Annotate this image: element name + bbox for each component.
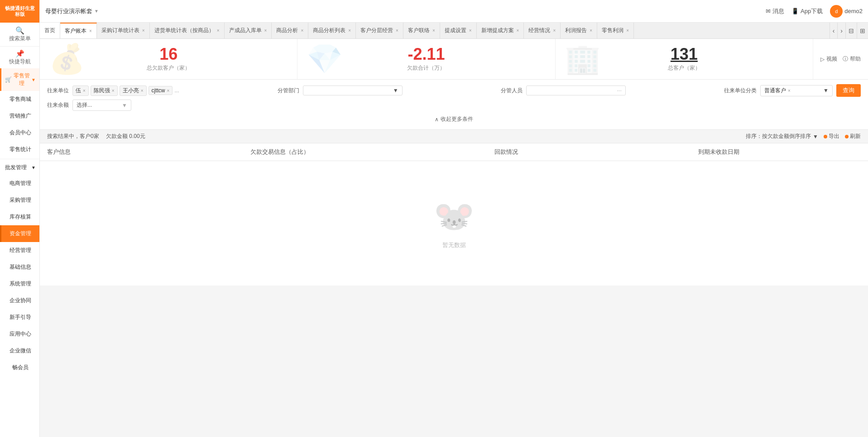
unit-filter-label: 往来单位	[47, 87, 69, 95]
tab-retail-profit[interactable]: 零售利润 ×	[597, 23, 634, 39]
unit-tag-2-close[interactable]: ×	[112, 88, 115, 93]
unit-tag-3: 王小亮 ×	[120, 86, 147, 96]
tab-scroll-right[interactable]: ›	[837, 23, 845, 39]
tab-production-inbound[interactable]: 产成品入库单 ×	[225, 23, 272, 39]
tab-inbound-stats[interactable]: 进货单统计表（按商品） ×	[150, 23, 225, 39]
message-btn[interactable]: ✉ 消息	[766, 7, 784, 15]
unit-tag-1-text: 伍	[76, 87, 81, 95]
unit-tags-more[interactable]: ...	[174, 87, 179, 94]
sidebar-item-corp-collab[interactable]: 企业协同	[0, 292, 39, 309]
store-name: 母婴行业演示帐套	[45, 7, 92, 15]
query-actions: 排序：按欠款金额倒序排序 ▼ 导出 刷新	[746, 133, 861, 140]
close-icon-2[interactable]: ×	[217, 28, 220, 33]
sidebar-item-system[interactable]: 系统管理	[0, 276, 39, 292]
tab-production-inbound-label: 产成品入库单	[229, 27, 262, 34]
tab-product-analysis-list[interactable]: 商品分析列表 ×	[308, 23, 356, 39]
avatar-initial: d	[835, 9, 838, 14]
col-header-customer: 客户信息	[47, 148, 250, 156]
tab-profit-report-label: 利润报告	[565, 27, 587, 34]
col-header-debt: 欠款交易信息（占比）	[250, 148, 494, 156]
balance-select[interactable]: 选择... ▼	[72, 100, 131, 111]
doc-help-btn[interactable]: ⓘ 帮助	[843, 55, 861, 63]
tab-collapse-btn[interactable]: ⊟	[845, 23, 857, 39]
sort-arrow-icon: ▼	[813, 133, 818, 140]
sidebar-item-retail-mall[interactable]: 零售商城	[0, 91, 39, 108]
tab-expand-btn[interactable]: ⊞	[857, 23, 868, 39]
close-icon-9[interactable]: ×	[517, 28, 519, 33]
refresh-btn[interactable]: 刷新	[845, 133, 861, 140]
tab-customer-ledger-close[interactable]: ×	[89, 28, 92, 33]
tab-customer-ledger[interactable]: 客户账本 ×	[60, 23, 97, 39]
sidebar-item-retail-icon: 🛒	[5, 76, 12, 83]
tab-commission-settings[interactable]: 提成设置 ×	[440, 23, 477, 39]
close-icon-10[interactable]: ×	[553, 28, 556, 33]
app-download-btn[interactable]: 📱 App下载	[791, 7, 823, 15]
collapse-label: 收起更多条件	[441, 115, 473, 123]
tab-customer-ledger-label: 客户账本	[65, 27, 86, 35]
sort-selector[interactable]: 排序：按欠款金额倒序排序 ▼	[746, 133, 818, 140]
sidebar-item-ecommerce[interactable]: 电商管理	[0, 175, 39, 192]
unit-tag-4-close[interactable]: ×	[167, 88, 170, 93]
user-area[interactable]: d demo2	[830, 5, 863, 18]
category-tag: 普通客户 ×	[764, 87, 791, 95]
close-icon-12[interactable]: ×	[626, 28, 629, 33]
tab-customer-segment[interactable]: 客户分层经营 ×	[356, 23, 403, 39]
tab-home[interactable]: 首页	[40, 23, 60, 39]
sidebar-item-members[interactable]: 会员中心	[0, 124, 39, 141]
tab-scroll-left[interactable]: ‹	[830, 23, 838, 39]
close-icon-4[interactable]: ×	[301, 28, 303, 33]
stat-value-3[interactable]: 131	[671, 46, 698, 62]
sidebar-item-retail-stats[interactable]: 零售统计	[0, 141, 39, 158]
video-help-btn[interactable]: ▷ 视频	[820, 55, 837, 63]
close-icon-3[interactable]: ×	[264, 28, 267, 33]
person-more-icon[interactable]: ···	[617, 87, 622, 94]
sidebar-item-corp-wechat[interactable]: 企业微信	[0, 342, 39, 359]
unit-tag-4-text: cjttcw	[152, 87, 165, 94]
sidebar-item-operations[interactable]: 经营管理	[0, 242, 39, 259]
logo-text: 畅捷通好生意	[5, 5, 35, 11]
unit-tag-2-text: 陈民强	[94, 87, 110, 95]
person-select[interactable]: ···	[526, 86, 626, 95]
close-icon-5[interactable]: ×	[348, 28, 351, 33]
sidebar-item-finance[interactable]: 资金管理	[0, 225, 39, 242]
tab-product-analysis[interactable]: 商品分析 ×	[272, 23, 308, 39]
sidebar-item-marketing[interactable]: 营销推广	[0, 108, 39, 124]
tab-purchase-order-stats[interactable]: 采购订单统计表 ×	[97, 23, 150, 39]
close-icon-6[interactable]: ×	[396, 28, 398, 33]
col-header-repay: 回款情况	[494, 148, 698, 156]
close-icon-11[interactable]: ×	[590, 28, 592, 33]
filter-area: 往来单位 伍 × 陈民强 × 王小亮 × cjttcw	[40, 80, 868, 130]
sidebar-item-wholesale[interactable]: 批发管理 ▼	[0, 160, 39, 175]
dept-arrow-icon: ▼	[393, 87, 398, 94]
sidebar-item-guide[interactable]: 新手引导	[0, 309, 39, 326]
close-icon-7[interactable]: ×	[432, 28, 435, 33]
tab-operations[interactable]: 经营情况 ×	[524, 23, 561, 39]
category-select[interactable]: 普通客户 × ▼	[760, 85, 833, 96]
query-button[interactable]: 查询	[836, 84, 861, 97]
tab-new-commission[interactable]: 新增提成方案 ×	[477, 23, 524, 39]
close-icon-8[interactable]: ×	[469, 28, 472, 33]
divider-1	[0, 159, 39, 159]
unit-tag-3-close[interactable]: ×	[141, 88, 144, 93]
sidebar-item-basic-info[interactable]: 基础信息	[0, 259, 39, 276]
tabbar: 首页 客户账本 × 采购订单统计表 × 进货单统计表（按商品） × 产成品入库单…	[40, 23, 868, 39]
sidebar-item-quicknav[interactable]: 📌 快捷导航	[0, 47, 39, 68]
unit-tag-1-close[interactable]: ×	[83, 88, 86, 93]
sidebar-item-search[interactable]: 🔍 搜索菜单	[0, 23, 39, 47]
close-icon-1[interactable]: ×	[142, 28, 145, 33]
tab-profit-report[interactable]: 利润报告 ×	[561, 23, 597, 39]
sidebar-item-inventory[interactable]: 库存核算	[0, 209, 39, 225]
sidebar-item-appstore[interactable]: 应用中心	[0, 326, 39, 342]
category-tag-close[interactable]: ×	[788, 88, 791, 93]
col-header-date: 到期未收款日期	[698, 148, 861, 156]
export-btn[interactable]: 导出	[824, 133, 839, 140]
tab-customer-contact[interactable]: 客户联络 ×	[403, 23, 440, 39]
sidebar-item-purchase[interactable]: 采购管理	[0, 192, 39, 209]
tab-product-analysis-list-label: 商品分析列表	[313, 27, 345, 34]
store-selector[interactable]: 母婴行业演示帐套 ▼	[45, 7, 99, 15]
dept-select[interactable]: ▼	[303, 86, 403, 95]
collapse-filters-btn[interactable]: ∧ 收起更多条件	[47, 114, 861, 125]
sidebar-item-member-pro[interactable]: 畅会员	[0, 359, 39, 376]
export-label: 导出	[829, 133, 839, 140]
sidebar-item-retail[interactable]: 🛒 零售管理 ▼	[0, 68, 39, 91]
